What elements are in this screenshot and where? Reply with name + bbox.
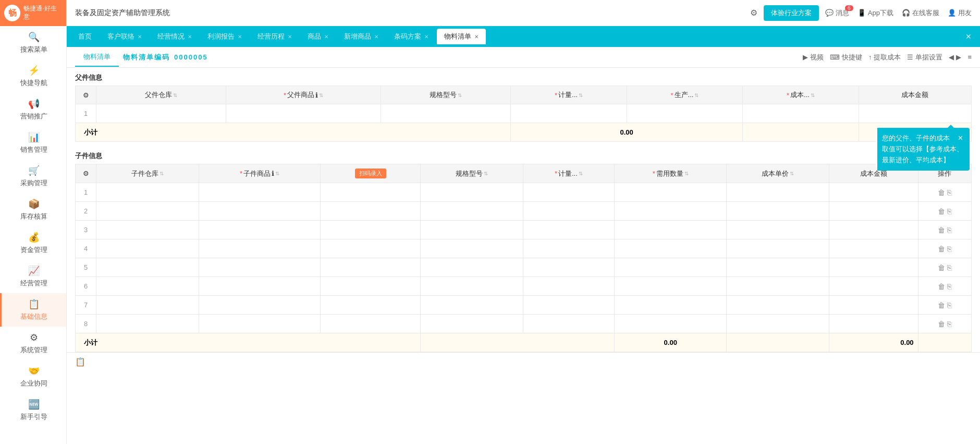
child-cell-goods-1[interactable]	[199, 183, 321, 202]
child-cell-warehouse-2[interactable]	[96, 202, 199, 221]
nav-tab-close-8[interactable]: ✕	[474, 34, 479, 40]
parent-cell-cost[interactable]	[743, 104, 859, 123]
delete-icon-1[interactable]: 🗑	[938, 188, 945, 197]
sidebar-item-operation[interactable]: 📈 经营管理	[0, 260, 66, 293]
nav-tab-close-2[interactable]: ✕	[188, 34, 192, 40]
child-cell-unitcost-2[interactable]	[727, 202, 829, 221]
child-cell-qty-7[interactable]	[615, 296, 727, 315]
child-cell-qty-4[interactable]	[615, 239, 727, 258]
parent-th-settings[interactable]: ⚙	[76, 86, 96, 104]
child-cell-unitcost-7[interactable]	[727, 296, 829, 315]
next-arrow[interactable]: ▶	[956, 53, 961, 61]
copy-icon-8[interactable]: ⎘	[947, 320, 951, 328]
child-cell-warehouse-7[interactable]	[96, 296, 199, 315]
child-cell-unitcost-6[interactable]	[727, 277, 829, 296]
child-cell-unit-2[interactable]	[523, 202, 615, 221]
child-cell-warehouse-5[interactable]	[96, 258, 199, 277]
child-cell-spec-2[interactable]	[420, 202, 523, 221]
child-cell-scan-8[interactable]	[321, 315, 421, 333]
child-cell-spec-1[interactable]	[420, 183, 523, 202]
nav-tab-0[interactable]: 首页	[71, 29, 99, 44]
sidebar-item-finance[interactable]: 💰 资金管理	[0, 226, 66, 260]
sidebar-item-guide[interactable]: 🆕 新手引导	[0, 393, 66, 427]
child-cell-unit-6[interactable]	[523, 277, 615, 296]
child-cell-unit-1[interactable]	[523, 183, 615, 202]
child-cell-qty-6[interactable]	[615, 277, 727, 296]
child-cell-spec-5[interactable]	[420, 258, 523, 277]
child-cell-unitcost-4[interactable]	[727, 239, 829, 258]
child-cell-qty-2[interactable]	[615, 202, 727, 221]
child-cell-unit-8[interactable]	[523, 315, 615, 333]
parent-cell-spec[interactable]	[381, 104, 510, 123]
child-cell-goods-5[interactable]	[199, 258, 321, 277]
delete-icon-3[interactable]: 🗑	[938, 226, 945, 234]
child-cell-goods-4[interactable]	[199, 239, 321, 258]
doc-settings-action[interactable]: ☰ 单据设置	[907, 53, 942, 62]
sidebar-item-marketing[interactable]: 📢 营销推广	[0, 93, 66, 126]
sidebar-item-search[interactable]: 🔍 搜索菜单	[0, 26, 66, 59]
delete-icon-8[interactable]: 🗑	[938, 320, 945, 328]
child-cell-scan-2[interactable]	[321, 202, 421, 221]
child-cell-unitcost-1[interactable]	[727, 183, 829, 202]
nav-tab-1[interactable]: 客户联络✕	[100, 29, 149, 44]
sidebar-item-enterprise[interactable]: 🤝 企业协同	[0, 360, 66, 393]
copy-icon-4[interactable]: ⎘	[947, 245, 951, 253]
child-cell-unit-3[interactable]	[523, 221, 615, 239]
nav-tab-close-5[interactable]: ✕	[324, 34, 328, 40]
child-cell-spec-8[interactable]	[420, 315, 523, 333]
nav-tab-8[interactable]: 物料清单✕	[437, 29, 486, 44]
child-th-scan[interactable]: 扫码录入	[321, 164, 421, 183]
sidebar-item-sales[interactable]: 📊 销售管理	[0, 126, 66, 160]
child-cell-goods-3[interactable]	[199, 221, 321, 239]
child-cell-unitcost-3[interactable]	[727, 221, 829, 239]
copy-icon-6[interactable]: ⎘	[947, 282, 951, 291]
prev-arrow[interactable]: ◀	[949, 53, 954, 61]
parent-cell-warehouse[interactable]	[96, 104, 226, 123]
nav-tab-7[interactable]: 条码方案✕	[387, 29, 436, 44]
child-cell-scan-6[interactable]	[321, 277, 421, 296]
list-view-icon[interactable]: ≡	[967, 53, 972, 61]
nav-close-button[interactable]: ✕	[961, 30, 976, 43]
nav-tab-5[interactable]: 商品✕	[300, 29, 336, 44]
copy-icon-5[interactable]: ⎘	[947, 263, 951, 272]
parent-cell-unit[interactable]	[511, 104, 627, 123]
delete-icon-7[interactable]: 🗑	[938, 301, 945, 309]
nav-tab-close-4[interactable]: ✕	[288, 34, 292, 40]
child-cell-qty-5[interactable]	[615, 258, 727, 277]
child-cell-spec-3[interactable]	[420, 221, 523, 239]
nav-tab-2[interactable]: 经营情况✕	[150, 29, 199, 44]
child-cell-qty-1[interactable]	[615, 183, 727, 202]
delete-icon-4[interactable]: 🗑	[938, 245, 945, 253]
child-cell-unitcost-8[interactable]	[727, 315, 829, 333]
delete-icon-2[interactable]: 🗑	[938, 207, 945, 215]
nav-tab-6[interactable]: 新增商品✕	[337, 29, 386, 44]
copy-icon-3[interactable]: ⎘	[947, 226, 951, 234]
video-action[interactable]: ▶ 视频	[803, 53, 824, 62]
child-cell-warehouse-1[interactable]	[96, 183, 199, 202]
user-item[interactable]: 👤 用友	[948, 8, 972, 18]
child-cell-qty-8[interactable]	[615, 315, 727, 333]
child-cell-scan-1[interactable]	[321, 183, 421, 202]
child-cell-unit-5[interactable]	[523, 258, 615, 277]
gear-button[interactable]: ⚙	[750, 8, 757, 18]
child-cell-unit-4[interactable]	[523, 239, 615, 258]
child-cell-unit-7[interactable]	[523, 296, 615, 315]
nav-tab-close-3[interactable]: ✕	[238, 34, 242, 40]
child-cell-scan-5[interactable]	[321, 258, 421, 277]
sidebar-item-quick[interactable]: ⚡ 快捷导航	[0, 59, 66, 93]
nav-tab-4[interactable]: 经营历程✕	[250, 29, 299, 44]
nav-tab-close-7[interactable]: ✕	[424, 34, 428, 40]
nav-tab-close-1[interactable]: ✕	[138, 34, 142, 40]
child-cell-scan-7[interactable]	[321, 296, 421, 315]
copy-icon-7[interactable]: ⎘	[947, 301, 951, 309]
service-item[interactable]: 🎧 在线客服	[902, 8, 939, 18]
copy-icon-1[interactable]: ⎘	[947, 188, 951, 197]
sidebar-item-inventory[interactable]: 📦 库存核算	[0, 193, 66, 226]
parent-cell-produce[interactable]	[627, 104, 743, 123]
sub-tab-bill-list[interactable]: 物料清单	[75, 48, 119, 67]
parent-cell-goods[interactable]	[226, 104, 381, 123]
app-download-item[interactable]: 📱 App下载	[858, 8, 893, 18]
sidebar-item-purchase[interactable]: 🛒 采购管理	[0, 160, 66, 193]
nav-tab-close-6[interactable]: ✕	[374, 34, 378, 40]
child-cell-scan-3[interactable]	[321, 221, 421, 239]
